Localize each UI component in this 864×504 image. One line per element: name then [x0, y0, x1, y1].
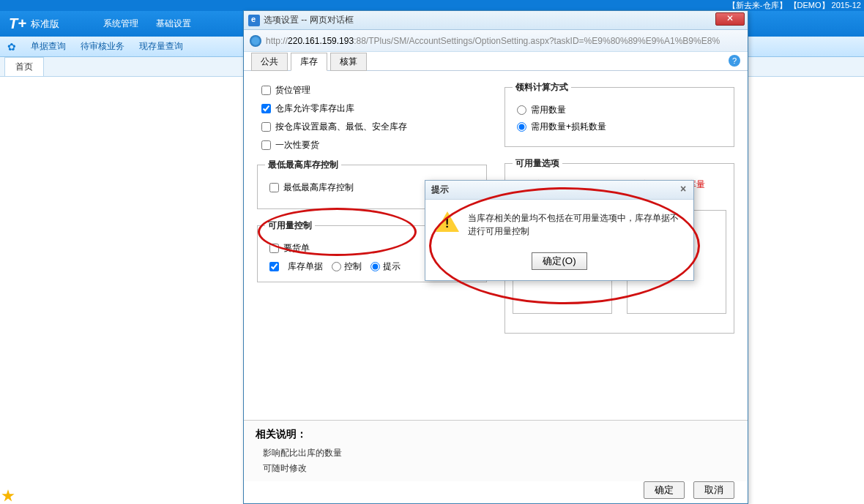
- menu-system[interactable]: 系统管理: [103, 18, 138, 30]
- alert-footer: 确定(O): [425, 252, 693, 280]
- url-text: http://220.161.159.193:88/TPlus/SM/Accou…: [266, 36, 720, 46]
- chk-anku[interactable]: [261, 122, 271, 132]
- alert-ok-button[interactable]: 确定(O): [532, 252, 586, 270]
- star-icon: [1, 489, 15, 503]
- dialog-title-text: 选项设置 -- 网页对话框: [264, 14, 354, 26]
- url-bar: http://220.161.159.193:88/TPlus/SM/Accou…: [244, 30, 748, 52]
- lbl-prompt[interactable]: 提示: [383, 260, 401, 273]
- fs-keyong-legend: 可用量控制: [265, 219, 315, 232]
- alert-dialog: 提示 × 当库存相关的量均不包括在可用量选项中，库存单据不进行可用量控制 确定(…: [425, 180, 694, 281]
- ie-globe-icon: [250, 35, 261, 47]
- lbl-sunhao[interactable]: 需用数量+损耗数量: [531, 121, 606, 133]
- dialog-footer: 确定 取消: [644, 477, 734, 503]
- tab-accounting[interactable]: 核算: [330, 53, 367, 71]
- desc-body: 影响配比出库的数量 可随时修改: [256, 445, 736, 475]
- radio-control[interactable]: [332, 262, 341, 271]
- desc-line1: 影响配比出库的数量: [263, 445, 736, 460]
- settings-tabs: 公共 库存 核算 ?: [244, 52, 748, 71]
- fs-lingliao: 领料计算方式 需用数量 需用数量+损耗数量: [504, 81, 734, 147]
- submenu-stock-query[interactable]: 现存量查询: [139, 40, 183, 53]
- desc-line2: 可随时修改: [263, 461, 736, 475]
- chk-yici[interactable]: [261, 140, 271, 150]
- app-logo-sub: 标准版: [31, 18, 59, 31]
- tab-public[interactable]: 公共: [251, 53, 288, 71]
- radio-sunhao[interactable]: [517, 122, 526, 132]
- lbl-yaohuo[interactable]: 要货单: [283, 242, 310, 255]
- menu-basic[interactable]: 基础设置: [156, 18, 191, 30]
- alert-titlebar[interactable]: 提示 ×: [425, 181, 693, 200]
- gear-icon[interactable]: ✿: [7, 41, 16, 53]
- fs-keyongxx-legend: 可用量选项: [513, 157, 562, 170]
- alert-body: 当库存相关的量均不包括在可用量选项中，库存单据不进行可用量控制: [425, 200, 693, 252]
- chk-yaohuo[interactable]: [269, 244, 279, 253]
- warning-icon: [436, 211, 459, 235]
- lbl-minmax[interactable]: 最低最高库存控制: [283, 181, 354, 194]
- tab-home[interactable]: 首页: [4, 57, 44, 76]
- status-bar: 【新去来-仓库】 【DEMO】 2015-12: [0, 0, 864, 11]
- chk-minmax[interactable]: [269, 183, 279, 192]
- chk-lingku[interactable]: [261, 104, 271, 113]
- lbl-xuyong[interactable]: 需用数量: [531, 104, 566, 116]
- app-logo: T+: [9, 15, 26, 32]
- lbl-huowei[interactable]: 货位管理: [275, 84, 310, 97]
- alert-message: 当库存相关的量均不包括在可用量选项中，库存单据不进行可用量控制: [468, 211, 683, 238]
- ie-icon: [248, 15, 260, 26]
- cancel-button[interactable]: 取消: [693, 481, 734, 499]
- alert-close-button[interactable]: ×: [677, 184, 689, 195]
- lbl-kucun[interactable]: 库存单据: [288, 260, 323, 273]
- radio-prompt[interactable]: [370, 262, 380, 271]
- tab-inventory[interactable]: 库存: [291, 53, 327, 71]
- main-menu: 系统管理 基础设置: [103, 18, 191, 30]
- chk-huowei[interactable]: [261, 86, 271, 95]
- lbl-lingku[interactable]: 仓库允许零库存出库: [275, 102, 354, 115]
- dialog-close-button[interactable]: ✕: [715, 12, 745, 26]
- chk-kucun[interactable]: [269, 262, 279, 271]
- desc-title: 相关说明：: [256, 428, 736, 441]
- lbl-yici[interactable]: 一次性要货: [275, 139, 319, 151]
- lbl-anku[interactable]: 按仓库设置最高、最低、安全库存: [275, 121, 407, 133]
- dialog-titlebar[interactable]: 选项设置 -- 网页对话框 ✕: [244, 11, 748, 30]
- alert-title-text: 提示: [431, 184, 449, 196]
- radio-xuyong[interactable]: [517, 105, 526, 115]
- lbl-control[interactable]: 控制: [344, 260, 362, 273]
- help-icon[interactable]: ?: [729, 55, 740, 67]
- ok-button[interactable]: 确定: [644, 481, 685, 499]
- fs-lingliao-legend: 领料计算方式: [513, 81, 571, 94]
- description-area: 相关说明： 影响配比出库的数量 可随时修改: [244, 420, 748, 481]
- submenu-pending[interactable]: 待审核业务: [81, 40, 124, 53]
- submenu-bill-query[interactable]: 单据查询: [31, 40, 66, 53]
- fs-minmax-legend: 最低最高库存控制: [265, 159, 341, 171]
